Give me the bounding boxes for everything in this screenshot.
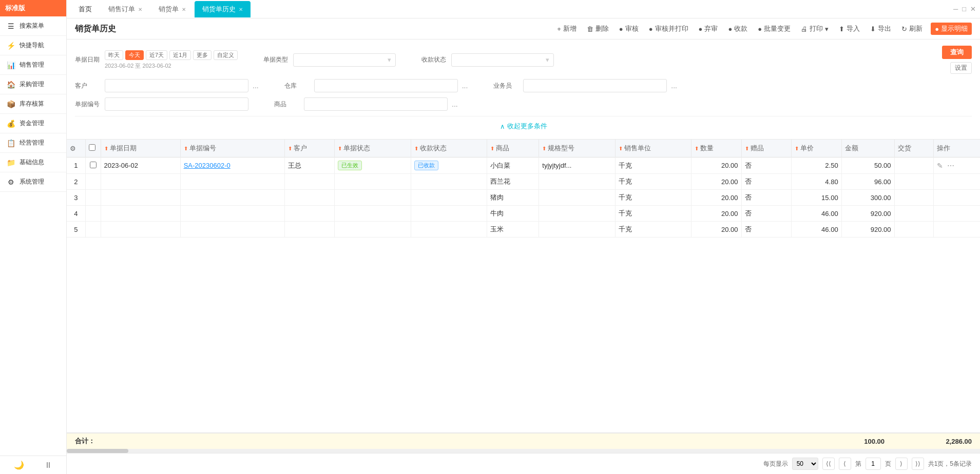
minimize-btn[interactable]: ─	[953, 5, 958, 13]
td-qty: 20.00	[691, 206, 741, 222]
show-detail-button[interactable]: ● 显示明细	[931, 23, 972, 35]
td-goods: 小白菜	[487, 157, 539, 174]
per-page-select[interactable]: 50 100 200	[792, 458, 818, 470]
footer-total-qty: 100.00	[792, 438, 895, 445]
td-gift: 否	[741, 206, 792, 222]
collect-button[interactable]: ● 收款	[726, 23, 750, 34]
collect-status-dropdown-icon: ▾	[546, 56, 549, 64]
th-spec[interactable]: ⬆ 规格型号	[539, 140, 615, 157]
tab-sales-history[interactable]: 销货单历史 ✕	[195, 1, 251, 17]
sidebar-item-basic-info[interactable]: 📁 基础信息	[0, 153, 66, 172]
today-btn[interactable]: 今天	[125, 50, 144, 60]
tab-sales-goods[interactable]: 销货单 ✕	[151, 1, 194, 17]
td-goods: 猪肉	[487, 190, 539, 206]
doc-no-input[interactable]	[105, 97, 248, 111]
doc-type-select[interactable]: ▾	[293, 53, 396, 67]
sidebar-item-quick-nav[interactable]: ⚡ 快捷导航	[0, 36, 66, 55]
td-goods: 牛肉	[487, 206, 539, 222]
new-button[interactable]: + 新增	[555, 23, 579, 34]
sidebar-item-ops-mgmt[interactable]: 📋 经营管理	[0, 133, 66, 153]
goods-dots[interactable]: ...	[452, 100, 458, 108]
warehouse-input[interactable]	[314, 79, 458, 92]
th-gear[interactable]: ⚙	[67, 140, 85, 157]
table-body: 1 2023-06-02 SA-20230602-0 王总 已生效 已收款 小白…	[67, 157, 980, 238]
row-checkbox[interactable]	[90, 162, 97, 168]
tab-close-sales-history[interactable]: ✕	[239, 7, 243, 12]
salesperson-dots[interactable]: ...	[671, 82, 677, 90]
delete-button[interactable]: 🗑 删除	[585, 23, 611, 34]
tab-sales-order[interactable]: 销售订单 ✕	[101, 1, 150, 17]
audit-button[interactable]: ● 审核	[617, 23, 641, 34]
print-button[interactable]: 🖨 打印 ▾	[799, 23, 831, 34]
table-row: 2 西兰花 千克 20.00 否 4.80 96.00	[67, 174, 980, 190]
td-price: 46.00	[792, 222, 842, 238]
close-btn[interactable]: ✕	[970, 5, 976, 13]
import-button[interactable]: ⬆ 导入	[837, 23, 862, 34]
7days-btn[interactable]: 近7天	[146, 50, 167, 60]
th-price[interactable]: ⬆ 单价	[792, 140, 842, 157]
th-unit[interactable]: ⬆ 销售单位	[615, 140, 691, 157]
1month-btn[interactable]: 近1月	[169, 50, 191, 60]
salesperson-input[interactable]	[523, 79, 667, 92]
sidebar-item-sales-mgmt[interactable]: 📊 销售管理	[0, 55, 66, 75]
theme-icon[interactable]: 🌙	[14, 460, 24, 470]
scroll-bar[interactable]	[67, 449, 980, 453]
page-title: 销货单历史	[75, 24, 116, 34]
batch-change-button[interactable]: ● 批量变更	[756, 23, 793, 34]
first-page-btn[interactable]: ⟨⟨	[822, 458, 835, 470]
sidebar-item-search-menu[interactable]: ☰ 搜索菜单	[0, 16, 66, 36]
th-goods[interactable]: ⬆ 商品	[487, 140, 539, 157]
salesperson-label: 业务员	[493, 82, 519, 90]
filter-row-1: 单据日期 昨天 今天 近7天 近1月 更多 自定义 2023-06-02 至 2…	[75, 46, 972, 74]
last-page-btn[interactable]: ⟩⟩	[912, 458, 924, 470]
sidebar-item-capital-mgmt[interactable]: 💰 资金管理	[0, 114, 66, 133]
collect-status-select[interactable]: ▾	[451, 53, 554, 67]
td-collect-status: 已收款	[411, 157, 487, 174]
sidebar-item-inventory[interactable]: 📦 库存核算	[0, 94, 66, 114]
td-spec	[539, 222, 615, 238]
date-quick-btns: 昨天 今天 近7天 近1月 更多 自定义	[105, 50, 238, 60]
more-action-icon[interactable]: ⋯	[947, 162, 954, 170]
pause-icon[interactable]: ⏸	[44, 461, 52, 470]
goods-input[interactable]	[304, 97, 448, 111]
td-num: 4	[67, 206, 85, 222]
th-doc-no[interactable]: ⬆ 单据编号	[180, 140, 284, 157]
maximize-btn[interactable]: □	[962, 5, 966, 13]
tab-close-sales-order[interactable]: ✕	[138, 7, 142, 12]
custom-btn[interactable]: 自定义	[214, 50, 238, 60]
query-button[interactable]: 查询	[942, 46, 972, 59]
customer-input[interactable]	[105, 79, 248, 92]
sidebar-item-system-mgmt[interactable]: ⚙ 系统管理	[0, 172, 66, 192]
sidebar-item-purchase-mgmt[interactable]: 🏠 采购管理	[0, 75, 66, 94]
td-doc-no: SA-20230602-0	[180, 157, 284, 174]
more-btn[interactable]: 更多	[193, 50, 212, 60]
settings-button[interactable]: 设置	[950, 62, 972, 74]
prev-page-btn[interactable]: ⟨	[839, 458, 851, 470]
select-all-checkbox[interactable]	[89, 144, 95, 151]
tab-home[interactable]: 首页	[71, 1, 100, 17]
th-gift[interactable]: ⬆ 赠品	[741, 140, 792, 157]
td-check	[85, 174, 101, 190]
collapse-btn[interactable]: ∧ 收起更多条件	[75, 120, 972, 133]
th-customer[interactable]: ⬆ 客户	[284, 140, 335, 157]
window-controls: ─ □ ✕	[953, 5, 976, 13]
customer-dots[interactable]: ...	[253, 82, 259, 90]
tab-close-sales-goods[interactable]: ✕	[182, 7, 186, 12]
abandon-button[interactable]: ● 弃审	[697, 23, 720, 34]
th-qty[interactable]: ⬆ 数量	[691, 140, 741, 157]
next-page-btn[interactable]: ⟩	[895, 458, 908, 470]
th-collect-status[interactable]: ⬆ 收款状态	[411, 140, 487, 157]
td-customer	[284, 174, 335, 190]
refresh-button[interactable]: ↻ 刷新	[899, 23, 925, 34]
page-input[interactable]	[866, 458, 881, 470]
export-button[interactable]: ⬇ 导出	[868, 23, 893, 34]
th-date[interactable]: ⬆ 单据日期	[101, 140, 180, 157]
warehouse-dots[interactable]: ...	[462, 82, 468, 90]
filter-doc-no: 单据编号	[75, 97, 248, 111]
yesterday-btn[interactable]: 昨天	[105, 50, 123, 60]
doc-no-link[interactable]: SA-20230602-0	[184, 162, 230, 169]
audit-print-button[interactable]: ● 审核并打印	[647, 23, 690, 34]
th-doc-status[interactable]: ⬆ 单据状态	[335, 140, 411, 157]
scroll-thumb[interactable]	[67, 449, 128, 453]
edit-icon[interactable]: ✎	[937, 162, 943, 170]
